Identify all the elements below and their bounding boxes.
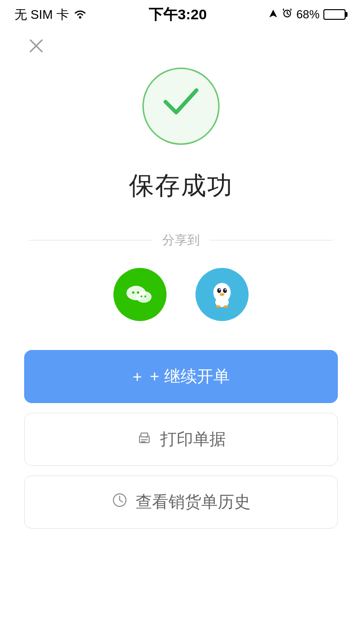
share-icons bbox=[113, 268, 249, 321]
battery-percentage: 68% bbox=[296, 8, 320, 21]
svg-point-16 bbox=[224, 289, 226, 290]
svg-point-10 bbox=[140, 295, 142, 297]
svg-point-9 bbox=[137, 291, 139, 294]
divider-line-left bbox=[29, 240, 153, 240]
printer-icon bbox=[136, 429, 153, 449]
alarm-icon bbox=[282, 8, 292, 21]
svg-point-25 bbox=[146, 437, 148, 438]
svg-point-11 bbox=[144, 295, 146, 297]
status-bar: 无 SIM 卡 下午3:20 68% bbox=[0, 0, 362, 29]
share-label: 分享到 bbox=[153, 232, 209, 249]
svg-rect-24 bbox=[141, 441, 146, 442]
close-button[interactable] bbox=[24, 34, 48, 58]
svg-point-8 bbox=[132, 291, 134, 294]
checkmark-icon bbox=[162, 84, 200, 125]
share-divider: 分享到 bbox=[0, 232, 362, 249]
view-history-label: 查看销货单历史 bbox=[136, 491, 251, 513]
continue-order-label: + 继续开单 bbox=[150, 365, 229, 388]
continue-order-button[interactable]: + + 继续开单 bbox=[24, 350, 338, 403]
print-receipt-button[interactable]: 打印单据 bbox=[24, 413, 338, 466]
location-icon bbox=[268, 8, 278, 21]
print-receipt-label: 打印单据 bbox=[160, 428, 226, 450]
svg-line-3 bbox=[287, 14, 289, 14]
svg-point-0 bbox=[79, 16, 81, 18]
wechat-share-button[interactable] bbox=[113, 268, 167, 321]
status-time: 下午3:20 bbox=[149, 5, 207, 25]
action-buttons: + + 继续开单 打印单据 bbox=[0, 350, 362, 529]
svg-point-14 bbox=[223, 288, 227, 293]
view-history-button[interactable]: 查看销货单历史 bbox=[24, 476, 338, 529]
status-left: 无 SIM 卡 bbox=[14, 6, 87, 23]
svg-point-15 bbox=[219, 289, 220, 290]
share-section: 分享到 bbox=[0, 232, 362, 321]
plus-icon: + bbox=[132, 367, 142, 386]
divider-line-right bbox=[209, 240, 333, 240]
svg-point-17 bbox=[220, 293, 224, 296]
wifi-icon bbox=[73, 7, 87, 22]
main-content: 保存成功 分享到 bbox=[0, 29, 362, 529]
status-right: 68% bbox=[268, 8, 348, 21]
svg-point-19 bbox=[216, 305, 221, 308]
success-title: 保存成功 bbox=[129, 169, 233, 203]
svg-point-13 bbox=[217, 288, 221, 293]
clock-icon bbox=[111, 492, 128, 512]
carrier-text: 无 SIM 卡 bbox=[14, 6, 69, 23]
svg-rect-22 bbox=[141, 433, 148, 437]
success-circle bbox=[142, 68, 220, 145]
svg-point-20 bbox=[223, 305, 228, 308]
qq-share-button[interactable] bbox=[195, 268, 249, 321]
battery-icon bbox=[323, 9, 348, 20]
svg-rect-23 bbox=[141, 439, 148, 440]
svg-line-28 bbox=[120, 500, 123, 502]
